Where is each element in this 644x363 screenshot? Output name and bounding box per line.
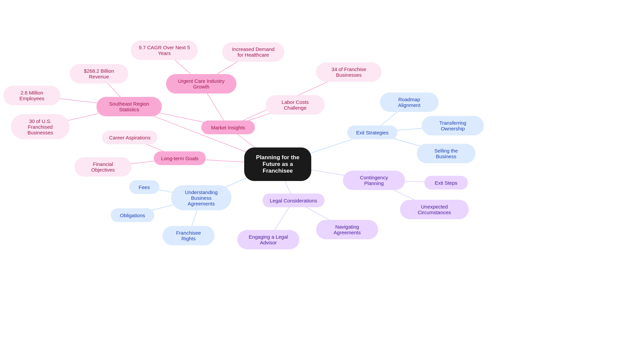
node-financial-objectives[interactable]: Financial Objectives: [74, 157, 131, 177]
node-increased-demand[interactable]: Increased Demand for Healthcare: [222, 42, 284, 62]
node-exit-strategies[interactable]: Exit Strategies: [347, 126, 397, 139]
mindmap-container: Planning for the Future as a FranchiseeM…: [0, 0, 644, 363]
node-labor-costs[interactable]: Labor Costs Challenge: [266, 95, 325, 115]
node-career-aspirations[interactable]: Career Aspirations: [102, 131, 158, 144]
node-engaging-legal[interactable]: Engaging a Legal Advisor: [237, 230, 300, 249]
node-30-franchised[interactable]: 30 of U.S. Franchised Businesses: [11, 114, 70, 139]
node-contingency-planning[interactable]: Contingency Planning: [343, 171, 405, 190]
node-selling-business[interactable]: Selling the Business: [417, 144, 476, 163]
node-34-franchise[interactable]: 34 of Franchise Businesses: [316, 62, 382, 82]
node-fees[interactable]: Fees: [129, 180, 159, 194]
node-urgent-care[interactable]: Urgent Care Industry Growth: [166, 74, 236, 94]
node-long-term-goals[interactable]: Long-term Goals: [154, 152, 206, 165]
node-southeast-stats[interactable]: Southeast Region Statistics: [97, 97, 162, 116]
connections-svg: [0, 0, 644, 363]
node-268-billion[interactable]: $268.2 Billion Revenue: [70, 64, 128, 83]
node-obligations[interactable]: Obligations: [111, 208, 154, 222]
node-exit-steps[interactable]: Exit Steps: [424, 176, 468, 190]
node-understanding-biz[interactable]: Understanding Business Agreements: [171, 185, 231, 210]
node-unexpected-circumstances[interactable]: Unexpected Circumstances: [400, 200, 469, 219]
center-node[interactable]: Planning for the Future as a Franchisee: [244, 147, 311, 181]
node-9-7-cagr[interactable]: 9.7 CAGR Over Next 5 Years: [131, 41, 198, 60]
node-navigating-agreements[interactable]: Navigating Agreements: [316, 220, 378, 239]
node-roadmap-alignment[interactable]: Roadmap Alignment: [380, 93, 439, 112]
node-market-insights[interactable]: Market Insights: [201, 121, 255, 134]
node-transferring-ownership[interactable]: Transferring Ownership: [422, 116, 484, 135]
node-2-6-million[interactable]: 2.6 Million Employees: [3, 86, 60, 105]
node-legal-considerations[interactable]: Legal Considerations: [263, 194, 325, 207]
node-franchisee-rights[interactable]: Franchisee Rights: [163, 226, 215, 245]
